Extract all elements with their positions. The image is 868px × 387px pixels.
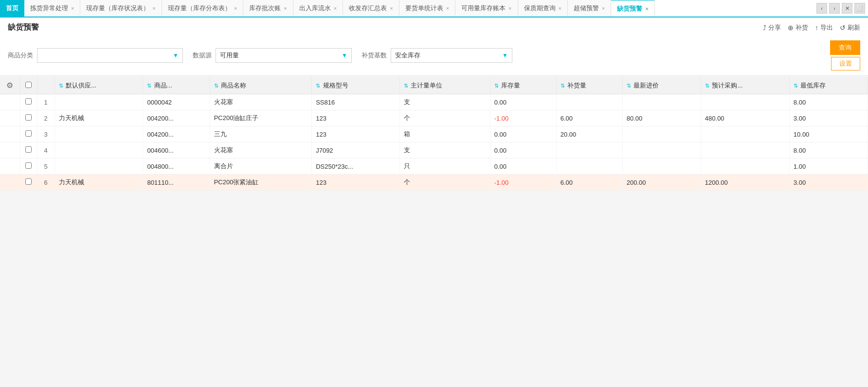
tab-inout[interactable]: 出入库流水× [293,0,343,17]
tab-stock-dist[interactable]: 现存量（库存分布表）× [162,0,243,17]
row-supplier-0 [54,94,143,110]
row-spec-4: DS250*23c... [312,158,399,175]
row-checkbox-0[interactable] [19,94,37,110]
tab-close-abnormal[interactable]: × [71,5,74,11]
row-goods-code-4: 004800... [143,158,210,175]
row-goods-code-5: 801110... [143,175,210,191]
replenish-button[interactable]: ⊕ 补货 [788,23,808,32]
datasource-select[interactable]: 可用量 ▼ [216,48,352,63]
goods-code-sort-icon: ⇅ [147,83,151,88]
tab-close-batch[interactable]: × [284,5,287,11]
row-supplier-3 [54,142,143,158]
tab-close-stock-dist[interactable]: × [234,5,237,11]
tab-label-stock-dist: 现存量（库存分布表） [168,4,231,13]
datasource-value: 可用量 [220,51,239,60]
tab-scroll-right[interactable]: › [829,3,840,14]
row-min-stock-0: 8.00 [789,94,868,110]
row-spec-2: 123 [312,126,399,142]
row-supplier-4 [54,158,143,175]
refresh-button[interactable]: ↺ 刷新 [840,23,860,32]
row-unit-4: 只 [399,158,490,175]
est-purchase-sort-icon: ⇅ [705,83,709,88]
row-checkbox-input-0[interactable] [25,98,32,105]
tab-batch[interactable]: 库存批次账× [243,0,293,17]
tab-close-inout[interactable]: × [334,5,337,11]
tab-label-available: 可用量库存账本 [461,4,506,13]
tab-available[interactable]: 可用量库存账本× [455,0,518,17]
datasource-filter-group: 数据源 可用量 ▼ [193,48,352,63]
tab-shortage[interactable]: 缺货预警× [611,0,654,17]
datasource-label: 数据源 [193,51,212,60]
row-checkbox-input-4[interactable] [25,162,32,169]
row-checkbox-5[interactable] [19,175,37,191]
settings-gear-icon[interactable]: ⚙ [6,81,13,89]
row-supplier-5: 力天机械 [54,175,143,191]
tab-close-expiry[interactable]: × [559,5,561,11]
tab-home[interactable]: 首页 [0,0,24,17]
row-checkbox-input-3[interactable] [25,146,32,153]
row-checkbox-input-1[interactable] [25,114,32,121]
tab-scroll-left[interactable]: ‹ [816,3,827,14]
row-unit-3: 支 [399,142,490,158]
share-icon: ⤴ [763,24,766,32]
select-all-checkbox[interactable] [25,82,32,88]
tab-close-overstock[interactable]: × [602,5,605,11]
refresh-icon: ↺ [840,24,846,32]
row-settings-0 [0,94,19,110]
row-checkbox-input-5[interactable] [25,178,32,185]
tab-expiry[interactable]: 保质期查询× [518,0,568,17]
row-replenish-5: 6.00 [556,175,622,191]
col-header-goods-code: ⇅ 商品... [143,77,210,94]
tab-close-all[interactable]: ✕ [842,3,852,14]
share-button[interactable]: ⤴ 分享 [763,23,781,32]
table-header-row: ⚙ ⇅ 默认供应... ⇅ 商品... ⇅ [0,77,868,94]
col-header-stock: ⇅ 库存量 [490,77,556,94]
tab-demand[interactable]: 要货单统计表× [399,0,455,17]
row-checkbox-4[interactable] [19,158,37,175]
replenish-base-select[interactable]: 安全库存 ▼ [391,48,512,63]
tab-label-batch: 库存批次账 [249,4,281,13]
tab-bar: 首页拣货异常处理×现存量（库存状况表）×现存量（库存分布表）×库存批次账×出入库… [0,0,868,18]
row-settings-1 [0,110,19,126]
tab-close-available[interactable]: × [508,5,511,11]
row-est-purchase-0 [701,94,789,110]
tab-close-shortage[interactable]: × [645,6,648,12]
tab-maximize[interactable]: ⬜ [854,3,865,14]
export-button[interactable]: ↑ 导出 [815,23,833,32]
query-button[interactable]: 查询 [830,40,860,55]
tab-close-recv-summary[interactable]: × [390,5,393,11]
row-settings-3 [0,142,19,158]
table-row: 6 力天机械 801110... PC200张紧油缸 123 个 -1.00 6… [0,175,868,191]
category-select[interactable]: ▼ [37,48,183,63]
table-container: ⚙ ⇅ 默认供应... ⇅ 商品... ⇅ [0,77,868,191]
row-replenish-0 [556,94,622,110]
tab-overstock[interactable]: 超储预警× [568,0,611,17]
settings-button[interactable]: 设置 [831,57,860,70]
tab-recv-summary[interactable]: 收发存汇总表× [343,0,399,17]
row-checkbox-1[interactable] [19,110,37,126]
tab-close-stock-status[interactable]: × [152,5,155,11]
col-header-num [37,77,54,94]
goods-name-sort-icon: ⇅ [214,83,218,88]
row-spec-1: 123 [312,110,399,126]
row-checkbox-input-2[interactable] [25,130,32,137]
row-latest-price-4 [622,158,701,175]
row-unit-1: 个 [399,110,490,126]
replenish-icon: ⊕ [788,24,794,32]
tab-label-stock-status: 现存量（库存状况表） [86,4,149,13]
page-title: 缺货预警 [8,22,763,33]
replenish-base-value: 安全库存 [395,51,420,60]
row-spec-0: SS816 [312,94,399,110]
row-est-purchase-2 [701,126,789,142]
tab-abnormal[interactable]: 拣货异常处理× [24,0,80,17]
tab-stock-status[interactable]: 现存量（库存状况表）× [80,0,162,17]
row-checkbox-3[interactable] [19,142,37,158]
replenish-sort-icon: ⇅ [561,83,565,88]
row-replenish-2: 20.00 [556,126,622,142]
row-num-4: 5 [37,158,54,175]
row-checkbox-2[interactable] [19,126,37,142]
tab-close-demand[interactable]: × [446,5,449,11]
category-label: 商品分类 [8,51,33,60]
category-dropdown-icon: ▼ [173,52,179,59]
row-latest-price-3 [622,142,701,158]
